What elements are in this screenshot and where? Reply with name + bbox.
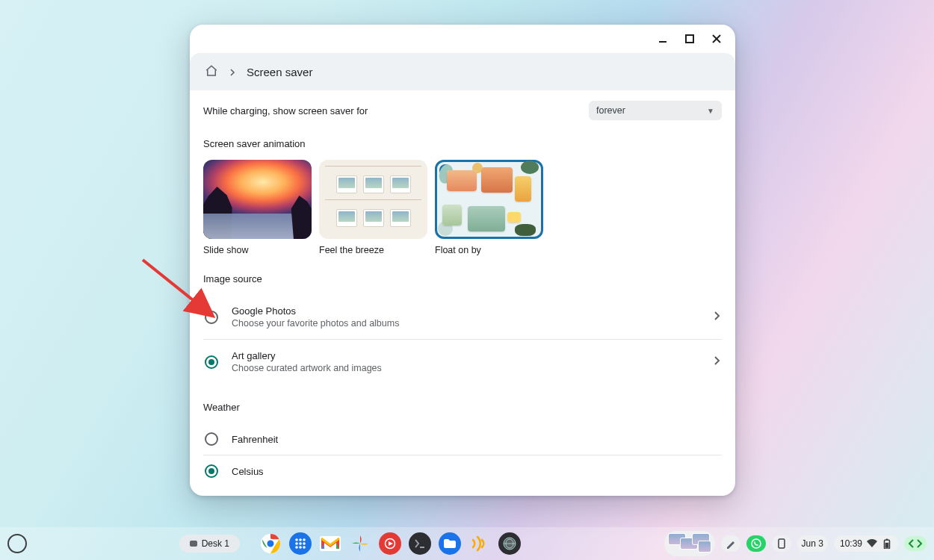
duration-value: forever xyxy=(596,105,625,116)
animation-caption: Slide show xyxy=(203,245,312,255)
animation-option-slide-show[interactable]: Slide show xyxy=(203,160,312,255)
app-files[interactable] xyxy=(439,532,461,555)
svg-rect-26 xyxy=(886,539,888,541)
close-button[interactable] xyxy=(710,32,723,46)
battery-icon xyxy=(882,538,892,549)
launcher-button[interactable] xyxy=(7,534,27,553)
settings-content: While charging, show screen saver for fo… xyxy=(190,90,735,496)
page-title: Screen saver xyxy=(247,66,312,78)
source-title: Art gallery xyxy=(232,350,699,361)
source-subtitle: Choose curated artwork and images xyxy=(232,363,699,373)
holding-space-thumbnails xyxy=(669,534,711,553)
image-source-google-photos[interactable]: Google Photos Choose your favorite photo… xyxy=(203,295,722,339)
settings-window: Screen saver While charging, show screen… xyxy=(190,25,735,496)
svg-rect-24 xyxy=(779,539,785,548)
app-audio[interactable] xyxy=(468,532,491,555)
desk-label: Desk 1 xyxy=(202,538,229,549)
app-google-photos[interactable] xyxy=(349,532,371,555)
radio-unselected-icon[interactable] xyxy=(205,432,218,446)
weather-option-celsius[interactable]: Celsius xyxy=(203,455,722,487)
dev-mode-tray[interactable] xyxy=(904,536,927,551)
duration-select[interactable]: forever ▼ xyxy=(589,101,722,120)
shelf: Desk 1 xyxy=(0,527,934,560)
animation-options: Slide show Feel the breeze Float on by xyxy=(203,160,722,255)
svg-point-9 xyxy=(299,538,302,541)
animation-thumb-float-on-by xyxy=(435,160,543,239)
app-gmail[interactable] xyxy=(319,532,341,555)
app-terminal[interactable] xyxy=(409,532,431,555)
desk-switcher[interactable]: Desk 1 xyxy=(179,535,240,553)
quick-settings-tray[interactable]: 10:39 xyxy=(834,535,898,552)
breadcrumb: Screen saver xyxy=(190,53,735,90)
maximize-button[interactable] xyxy=(683,32,696,46)
image-source-art-gallery[interactable]: Art gallery Choose curated artwork and i… xyxy=(203,339,722,384)
tote-tray[interactable] xyxy=(664,531,715,556)
home-icon[interactable] xyxy=(205,64,218,80)
breadcrumb-separator-icon xyxy=(229,66,236,78)
weather-label: Fahrenheit xyxy=(232,434,278,445)
status-time: 10:39 xyxy=(840,538,862,549)
animation-option-float-on-by[interactable]: Float on by xyxy=(435,160,543,255)
wifi-icon xyxy=(867,538,877,549)
svg-point-7 xyxy=(266,540,274,548)
weather-section-label: Weather xyxy=(203,402,722,413)
source-title: Google Photos xyxy=(232,305,699,317)
code-icon xyxy=(909,539,922,548)
svg-rect-1 xyxy=(686,35,693,43)
pen-tray[interactable] xyxy=(721,535,740,552)
animation-thumb-feel-the-breeze xyxy=(319,160,427,239)
source-subtitle: Choose your favorite photos and albums xyxy=(232,318,699,329)
pinned-apps xyxy=(259,532,521,555)
phone-icon xyxy=(776,538,787,549)
chevron-right-icon xyxy=(713,311,720,323)
weather-label: Celsius xyxy=(232,466,264,477)
chevron-right-icon xyxy=(713,356,720,367)
animation-thumb-slide-show xyxy=(203,160,312,239)
svg-point-15 xyxy=(299,546,302,549)
whatsapp-tray[interactable] xyxy=(746,535,766,552)
app-chrome[interactable] xyxy=(259,532,282,555)
animation-caption: Feel the breeze xyxy=(319,245,427,255)
svg-point-12 xyxy=(299,542,302,545)
status-tray: Jun 3 10:39 xyxy=(664,531,927,556)
svg-point-11 xyxy=(295,542,298,545)
weather-option-fahrenheit[interactable]: Fahrenheit xyxy=(203,423,722,455)
svg-rect-27 xyxy=(885,543,889,548)
animation-option-feel-the-breeze[interactable]: Feel the breeze xyxy=(319,160,427,255)
svg-point-13 xyxy=(303,542,306,545)
svg-point-8 xyxy=(295,538,298,541)
window-titlebar xyxy=(190,25,735,53)
radio-selected-icon[interactable] xyxy=(205,355,218,369)
radio-selected-icon[interactable] xyxy=(205,464,218,478)
animation-caption: Float on by xyxy=(435,245,543,255)
image-source-section-label: Image source xyxy=(203,273,722,284)
svg-point-10 xyxy=(303,538,306,541)
dropdown-caret-icon: ▼ xyxy=(707,107,714,115)
animation-section-label: Screen saver animation xyxy=(203,138,722,149)
svg-point-16 xyxy=(303,546,306,549)
phone-hub-tray[interactable] xyxy=(772,535,791,552)
whatsapp-icon xyxy=(751,538,761,549)
status-date: Jun 3 xyxy=(802,538,823,549)
radio-unselected-icon[interactable] xyxy=(205,311,218,324)
pen-icon xyxy=(726,538,736,549)
minimize-button[interactable] xyxy=(656,32,669,46)
duration-label: While charging, show screen saver for xyxy=(203,105,368,116)
svg-point-14 xyxy=(295,546,298,549)
app-launcher-grid[interactable] xyxy=(289,532,312,555)
app-maps[interactable] xyxy=(498,532,521,555)
app-youtube-music[interactable] xyxy=(379,532,401,555)
svg-point-23 xyxy=(752,539,761,548)
date-tray[interactable]: Jun 3 xyxy=(797,535,828,552)
